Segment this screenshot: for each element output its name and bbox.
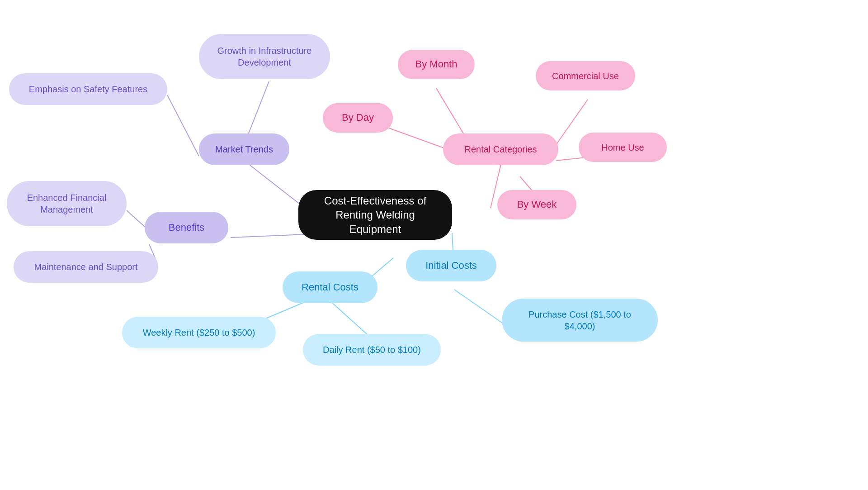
rental-costs-node[interactable]: Rental Costs xyxy=(283,271,377,303)
market-trends-node[interactable]: Market Trends xyxy=(199,133,289,165)
weekly-rent-node[interactable]: Weekly Rent ($250 to $500) xyxy=(122,317,276,348)
growth-infra-node[interactable]: Growth in Infrastructure Development xyxy=(199,34,330,79)
by-month-node[interactable]: By Month xyxy=(398,50,475,79)
enhanced-financial-node[interactable]: Enhanced Financial Management xyxy=(7,181,127,226)
commercial-use-node[interactable]: Commercial Use xyxy=(536,61,635,90)
benefits-node[interactable]: Benefits xyxy=(145,212,228,243)
rental-categories-node[interactable]: Rental Categories xyxy=(443,133,558,165)
center-node[interactable]: Cost-Effectiveness of Renting Welding Eq… xyxy=(298,190,452,240)
svg-line-10 xyxy=(556,157,585,161)
purchase-cost-node[interactable]: Purchase Cost ($1,500 to $4,000) xyxy=(502,299,658,342)
emphasis-safety-node[interactable]: Emphasis on Safety Features xyxy=(9,73,167,105)
by-day-node[interactable]: By Day xyxy=(323,103,393,133)
svg-line-16 xyxy=(454,290,506,326)
by-week-node[interactable]: By Week xyxy=(497,190,576,219)
svg-line-2 xyxy=(167,95,199,156)
svg-line-8 xyxy=(389,128,448,149)
home-use-node[interactable]: Home Use xyxy=(579,133,667,162)
initial-costs-node[interactable]: Initial Costs xyxy=(406,250,496,281)
maintenance-support-node[interactable]: Maintenance and Support xyxy=(14,251,158,283)
daily-rent-node[interactable]: Daily Rent ($50 to $100) xyxy=(303,334,441,366)
